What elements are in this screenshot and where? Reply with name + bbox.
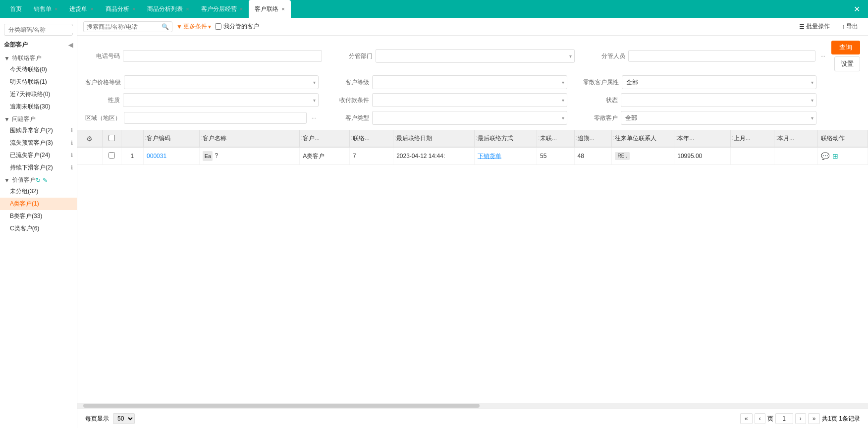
close-icon[interactable]: × — [132, 6, 135, 12]
close-icon[interactable]: × — [186, 6, 189, 12]
filter-search-box[interactable]: 🔍 — [83, 21, 172, 32]
filter-my-customers[interactable]: 我分管的客户 — [215, 22, 259, 31]
region-label: 区域（地区） — [85, 114, 121, 122]
sidebar-item-today[interactable]: 今天待联络(0) — [0, 63, 77, 76]
first-page-button[interactable]: « — [740, 413, 753, 424]
sidebar-item-declining[interactable]: 持续下滑客户(2) ℹ — [0, 161, 77, 174]
payment-select[interactable] — [372, 93, 568, 107]
table-row: 1 000031 Ea? A类客户 7 2023-04-12 14:44: 下销… — [77, 147, 868, 165]
select-all-checkbox[interactable] — [108, 135, 115, 141]
close-icon[interactable]: × — [90, 6, 93, 12]
col-header-unlink: 未联... — [537, 130, 575, 147]
value-group-tools[interactable]: ↻ ✎ — [36, 177, 48, 184]
sidebar-item-tomorrow[interactable]: 明天待联络(1) — [0, 76, 77, 88]
info-icon[interactable]: ℹ — [71, 164, 73, 171]
info-icon[interactable]: ℹ — [71, 152, 73, 159]
phone-input[interactable] — [123, 50, 322, 62]
phone-label: 电话号码 — [85, 52, 120, 60]
sidebar-item-class-a[interactable]: A类客户(1) — [0, 198, 77, 210]
last-page-button[interactable]: » — [808, 413, 820, 424]
next-page-button[interactable]: › — [795, 413, 806, 424]
sidebar-item-class-b[interactable]: B类客户(33) — [0, 210, 77, 222]
retail-customer-label: 零散客户 — [583, 114, 618, 122]
all-customers-label: 全部客户 — [4, 41, 28, 49]
customer-table: ⚙ 客户编码 客户名称 客户... — [77, 130, 868, 165]
row-settings — [77, 147, 102, 165]
col-header-settings[interactable]: ⚙ — [77, 130, 102, 147]
sidebar-item-hoarding[interactable]: 囤购异常客户(2) ℹ — [0, 124, 77, 137]
row-lastway[interactable]: 下销货单 — [474, 147, 537, 165]
sidebar-item-unclassified[interactable]: 未分组(32) — [0, 185, 77, 198]
nav-tab-analysis-list[interactable]: 商品分析列表 × — [141, 0, 195, 18]
filter-more-conditions[interactable]: ▼ 更多条件 ▾ — [176, 22, 211, 31]
chevron-down-icon: ▾ — [208, 23, 211, 30]
retail-customer-select[interactable]: 全部 — [621, 111, 816, 125]
info-icon[interactable]: ℹ — [71, 127, 73, 134]
edit-icon[interactable]: ✎ — [43, 177, 48, 184]
window-close-button[interactable]: ✕ — [850, 4, 864, 14]
col-header-action: 联络动作 — [818, 130, 868, 147]
grid-icon[interactable]: ⊞ — [832, 152, 838, 160]
sidebar-item-churned[interactable]: 已流失客户(24) ℹ — [0, 149, 77, 161]
filter-row-1: 电话号码 分管部门 ▾ 分管人员 ··· — [85, 41, 860, 71]
sidebar-item-7days[interactable]: 近7天待联络(0) — [0, 88, 77, 101]
dept-select[interactable] — [376, 49, 575, 63]
setting-button[interactable]: 设置 — [834, 56, 860, 71]
person-input[interactable] — [628, 50, 815, 62]
query-button[interactable]: 查询 — [831, 41, 860, 54]
contact-icon[interactable]: 💬 — [821, 152, 829, 160]
row-code[interactable]: 000031 — [144, 147, 200, 165]
sidebar-search-box[interactable]: 🔍 — [4, 24, 73, 36]
nav-tab-customer-seg[interactable]: 客户分层经营 × — [195, 0, 249, 18]
search-icon[interactable]: 🔍 — [162, 23, 169, 30]
nav-home[interactable]: 首页 — [4, 0, 28, 18]
nav-tab-sales[interactable]: 销售单 × — [28, 0, 63, 18]
close-icon[interactable]: × — [281, 6, 284, 12]
footer-pagination: « ‹ 页 › » 共1页 1条记录 — [740, 413, 860, 424]
prev-page-button[interactable]: ‹ — [755, 413, 765, 424]
sidebar-item-class-c[interactable]: C类客户(6) — [0, 222, 77, 235]
per-page-select[interactable]: 50 — [113, 413, 135, 424]
person-label: 分管人员 — [591, 52, 625, 60]
col-header-code: 客户编码 — [144, 130, 200, 147]
sidebar-item-churn-warn[interactable]: 流失预警客户(3) ℹ — [0, 137, 77, 149]
row-oldcontact: RE . — [612, 147, 674, 165]
customer-type-select[interactable] — [372, 111, 568, 125]
close-icon[interactable]: × — [240, 6, 243, 12]
region-more-button[interactable]: ··· — [310, 114, 319, 121]
row-select-checkbox[interactable] — [108, 152, 115, 159]
sidebar-search-input[interactable] — [8, 26, 77, 33]
close-icon[interactable]: × — [54, 6, 57, 12]
scrollbar-thumb[interactable] — [83, 404, 480, 408]
main-layout: 🔍 全部客户 ◀ ▼ 待联络客户 今天待联络(0) 明天待联络(1) 近7天待联… — [0, 18, 868, 428]
more-options-button[interactable]: ··· — [818, 53, 827, 59]
retail-attr-select[interactable]: 全部 — [622, 75, 816, 89]
my-customers-checkbox[interactable] — [215, 23, 221, 30]
horizontal-scrollbar[interactable] — [77, 403, 868, 409]
price-grade-select[interactable] — [124, 75, 319, 89]
nav-tab-analysis[interactable]: 商品分析 × — [100, 0, 141, 18]
all-customers-header[interactable]: 全部客户 ◀ — [0, 38, 77, 52]
page-number-input[interactable] — [775, 413, 793, 424]
nav-tab-customer-contact[interactable]: 客户联络 × — [249, 0, 290, 18]
status-select[interactable] — [621, 93, 816, 107]
dept-label: 分管部门 — [338, 52, 373, 60]
customer-grade-select[interactable] — [372, 75, 568, 89]
row-checkbox[interactable] — [102, 147, 121, 165]
info-icon[interactable]: ℹ — [71, 140, 73, 146]
filter-toolbar: 🔍 ▼ 更多条件 ▾ 我分管的客户 ☰ 批量操作 ↑ 导出 — [77, 18, 868, 36]
region-input[interactable] — [124, 112, 307, 124]
gear-icon[interactable]: ⚙ — [86, 135, 93, 143]
refresh-icon[interactable]: ↻ — [36, 177, 41, 184]
nature-select[interactable] — [123, 93, 319, 107]
lastway-link[interactable]: 下销货单 — [478, 153, 501, 160]
export-button[interactable]: ↑ 导出 — [838, 21, 862, 32]
nav-tab-purchase[interactable]: 进货单 × — [63, 0, 99, 18]
page-label: 页 — [767, 415, 773, 423]
collapse-icon[interactable]: ◀ — [68, 42, 73, 49]
table-header-row: ⚙ 客户编码 客户名称 客户... — [77, 130, 868, 147]
col-header-checkbox[interactable] — [102, 130, 121, 147]
sidebar-item-overdue[interactable]: 逾期未联络(30) — [0, 101, 77, 113]
filter-search-input[interactable] — [87, 23, 162, 30]
batch-ops-button[interactable]: ☰ 批量操作 — [795, 21, 834, 32]
